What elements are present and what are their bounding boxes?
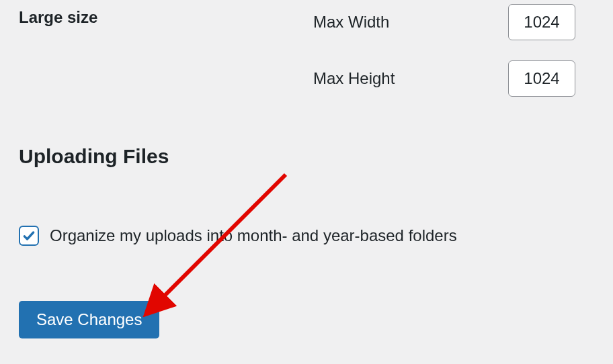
checkmark-icon xyxy=(22,229,36,242)
max-width-input[interactable] xyxy=(508,4,575,40)
max-width-label: Max Width xyxy=(313,13,508,32)
save-changes-button[interactable]: Save Changes xyxy=(19,301,159,338)
max-height-label: Max Height xyxy=(313,69,508,88)
max-width-field: Max Width xyxy=(313,4,575,40)
max-height-input[interactable] xyxy=(508,60,575,97)
large-size-label: Large size xyxy=(19,4,313,27)
large-size-fields: Max Width Max Height xyxy=(313,4,575,97)
organize-uploads-label: Organize my uploads into month- and year… xyxy=(50,226,457,245)
submit-row: Save Changes xyxy=(0,246,613,338)
max-height-field: Max Height xyxy=(313,60,575,97)
uploading-files-heading: Uploading Files xyxy=(0,97,613,168)
organize-uploads-row: Organize my uploads into month- and year… xyxy=(0,168,613,246)
organize-uploads-checkbox[interactable] xyxy=(19,226,39,246)
large-size-row: Large size Max Width Max Height xyxy=(0,0,613,97)
